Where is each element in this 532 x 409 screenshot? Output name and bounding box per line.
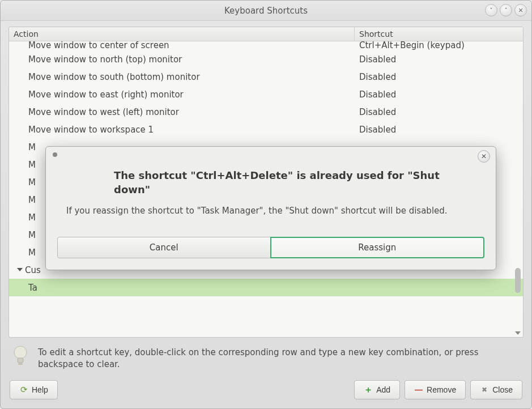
svg-rect-1 — [18, 358, 23, 363]
svg-rect-2 — [18, 363, 23, 365]
titlebar: Keyboard Shortcuts ˅ ˄ ✕ — [1, 1, 531, 21]
cell-shortcut: Ctrl+Alt+Begin (keypad) — [355, 41, 523, 50]
table-row-selected[interactable]: Ta — [9, 279, 523, 296]
table-row[interactable]: Move window to east (right) monitor Disa… — [9, 86, 523, 103]
plus-icon — [364, 385, 373, 394]
minus-icon — [414, 385, 423, 394]
table-row[interactable]: Move window to north (top) monitor Disab… — [9, 50, 523, 68]
column-header-action[interactable]: Action — [9, 27, 355, 41]
cancel-button[interactable]: Cancel — [57, 237, 271, 258]
cell-shortcut: Disabled — [355, 125, 523, 135]
scrollbar-track[interactable] — [515, 58, 521, 330]
cell-shortcut: Disabled — [355, 72, 523, 82]
cell-action: Move window to north (top) monitor — [9, 54, 355, 65]
help-button[interactable]: Help — [10, 380, 58, 399]
scrollbar-thumb[interactable] — [515, 268, 521, 293]
table-row[interactable]: Move window to west (left) monitor Disab… — [9, 103, 523, 121]
table-row[interactable]: Move window to center of screen Ctrl+Alt… — [9, 41, 523, 50]
dialog-indicator-icon — [53, 152, 57, 157]
scroll-down-icon[interactable] — [515, 331, 521, 335]
titlebar-buttons: ˅ ˄ ✕ — [485, 4, 527, 16]
cell-action: Move window to west (left) monitor — [9, 107, 355, 117]
dialog-header: ✕ — [46, 147, 496, 163]
dialog-buttons: Cancel Reassign — [46, 237, 496, 270]
add-label: Add — [376, 385, 390, 394]
close-label: Close — [492, 385, 513, 394]
reassign-button[interactable]: Reassign — [270, 237, 485, 258]
table-row[interactable]: Move window to south (bottom) monitor Di… — [9, 68, 523, 86]
add-button[interactable]: Add — [354, 380, 400, 399]
cell-action: Move window to east (right) monitor — [9, 90, 355, 100]
maximize-button[interactable]: ˄ — [500, 4, 512, 16]
dialog-body: The shortcut "Ctrl+Alt+Delete" is alread… — [46, 163, 496, 237]
cell-action: Move window to south (bottom) monitor — [9, 72, 355, 82]
cell-shortcut: Disabled — [355, 107, 523, 117]
reassign-label: Reassign — [358, 242, 396, 253]
cell-action: Ta — [9, 283, 355, 293]
dialog-message: If you reassign the shortcut to "Task Ma… — [19, 204, 475, 218]
dialog-close-button[interactable]: ✕ — [478, 150, 490, 163]
hint-text: To edit a shortcut key, double-click on … — [38, 344, 519, 372]
hint-row: To edit a shortcut key, double-click on … — [8, 342, 524, 374]
help-icon — [19, 385, 28, 394]
column-header-shortcut[interactable]: Shortcut — [355, 27, 523, 41]
close-button[interactable]: Close — [470, 380, 522, 399]
table-row[interactable]: Move window to workspace 1 Disabled — [9, 121, 523, 138]
window-close-button[interactable]: ✕ — [514, 4, 527, 16]
category-label: Cus — [25, 265, 41, 275]
window-title: Keyboard Shortcuts — [224, 6, 308, 16]
cell-shortcut: Disabled — [355, 90, 523, 100]
reassign-dialog: ✕ The shortcut "Ctrl+Alt+Delete" is alre… — [45, 146, 496, 270]
dialog-title: The shortcut "Ctrl+Alt+Delete" is alread… — [114, 168, 475, 197]
cell-shortcut: Disabled — [355, 54, 523, 65]
spacer — [62, 380, 350, 399]
button-row: Help Add Remove Close — [8, 378, 524, 403]
cell-action: Move window to workspace 1 — [9, 125, 355, 135]
remove-label: Remove — [427, 385, 456, 394]
treeview-header: Action Shortcut — [9, 27, 523, 41]
remove-button[interactable]: Remove — [405, 380, 466, 399]
lightbulb-icon — [11, 344, 30, 369]
svg-point-0 — [14, 346, 27, 359]
help-label: Help — [32, 385, 48, 394]
cell-action: Move window to center of screen — [9, 41, 355, 50]
chevron-down-icon[interactable] — [17, 268, 23, 274]
minimize-button[interactable]: ˅ — [485, 4, 497, 16]
close-icon — [480, 385, 489, 394]
scrollbar[interactable] — [514, 58, 522, 336]
cancel-label: Cancel — [150, 242, 178, 253]
